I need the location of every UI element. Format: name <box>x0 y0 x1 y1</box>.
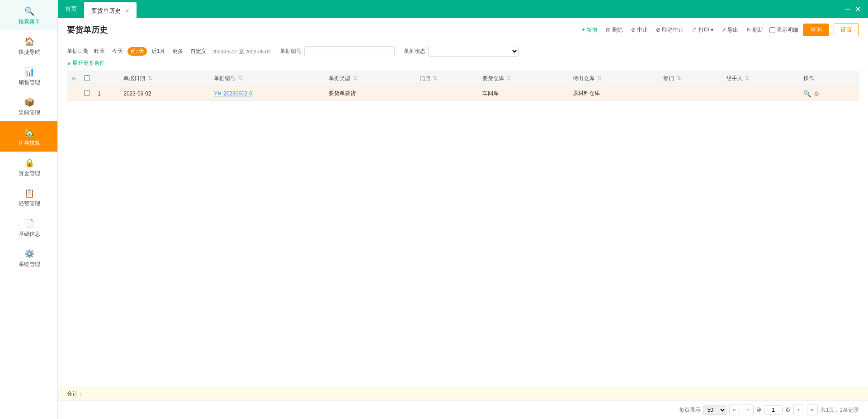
next-page-btn[interactable]: › <box>793 405 804 415</box>
last-page-btn[interactable]: » <box>807 405 818 415</box>
total-info: 共1页，1条记录 <box>821 406 859 414</box>
row-req-warehouse: 车间库 <box>479 86 569 101</box>
print-button[interactable]: 🖨 打印 ▾ <box>690 25 715 35</box>
inventory-icon: 🏡 <box>24 128 34 138</box>
status-label: 单据状态 <box>404 48 425 55</box>
tab-order-history-label: 要货单历史 <box>91 7 121 15</box>
orders-table: ⚙ 单据日期 ⇅ 单据编号 ⇅ <box>67 71 859 101</box>
page-prefix-label: 第 <box>756 406 762 414</box>
current-page-input[interactable]: 1 <box>764 405 783 414</box>
col-type[interactable]: 单据类型 ⇅ <box>325 71 415 86</box>
filter-order-no: 单据编号 <box>280 46 395 56</box>
date-btn-yesterday[interactable]: 昨天 <box>91 47 108 56</box>
edit-action-icon[interactable]: ⚙ <box>814 90 820 97</box>
date-btn-custom[interactable]: 自定义 <box>188 47 209 56</box>
sidebar-item-quick-nav[interactable]: 🏠 快捷导航 <box>0 30 57 61</box>
page: 要货单历史 + 新增 🗑 删除 ⊘ 中止 ⊘ 取消中止 🖨 打印 <box>58 18 868 419</box>
cancel-stop-button[interactable]: ⊘ 取消中止 <box>654 25 685 35</box>
date-btn-last7days[interactable]: 近7天 <box>127 47 147 56</box>
view-action-icon[interactable]: 🔍 <box>803 90 811 97</box>
expand-filter-btn[interactable]: ∨ 展开更多条件 <box>67 59 859 67</box>
sidebar-item-label: 采购管理 <box>19 109 40 117</box>
store-sort-icon: ⇅ <box>433 75 437 81</box>
per-page-label: 每页显示 <box>679 406 701 414</box>
sidebar-item-label: 销售管理 <box>19 79 40 86</box>
status-select[interactable] <box>428 46 519 57</box>
sidebar-item-basic-info[interactable]: 📄 基础信息 <box>0 212 57 243</box>
col-number <box>94 71 120 86</box>
col-order-no[interactable]: 单据编号 ⇅ <box>210 71 325 86</box>
quick-nav-icon: 🏠 <box>24 37 34 47</box>
sidebar-item-label: 快捷导航 <box>19 48 40 56</box>
tab-home-label: 首页 <box>65 5 77 13</box>
req-warehouse-sort-icon: ⇅ <box>506 75 511 81</box>
stop-icon: ⊘ <box>631 27 636 33</box>
refresh-label: 刷新 <box>752 26 763 34</box>
col-handler[interactable]: 经手人 ⇅ <box>723 71 800 86</box>
row-department <box>660 86 723 101</box>
sidebar-item-finance[interactable]: 🔒 资金管理 <box>0 152 57 182</box>
col-date[interactable]: 单据日期 ⇅ <box>120 71 210 86</box>
sidebar-item-label: 资金管理 <box>19 170 40 177</box>
sidebar-item-operations[interactable]: 📋 经营管理 <box>0 182 57 212</box>
row-select-checkbox[interactable] <box>84 90 90 96</box>
order-no-label: 单据编号 <box>280 48 302 55</box>
export-label: 导出 <box>727 26 738 34</box>
settings-button[interactable]: 设置 <box>834 24 859 36</box>
col-req-warehouse[interactable]: 要货仓库 ⇅ <box>479 71 569 86</box>
col-pending-warehouse[interactable]: 待出仓库 ⇅ <box>569 71 660 86</box>
tab-close-icon[interactable]: ✕ <box>125 8 129 14</box>
export-button[interactable]: ↗ 导出 <box>720 25 740 35</box>
col-settings[interactable]: ⚙ <box>67 71 80 86</box>
date-btn-group: 昨天 今天 近7天 近1月 更多 自定义 <box>91 47 209 56</box>
sidebar-item-label: 搜索菜单 <box>19 18 40 26</box>
filter-date: 单据日期 昨天 今天 近7天 近1月 更多 自定义 2023-05-27 至 2… <box>67 47 271 56</box>
export-icon: ↗ <box>722 27 726 33</box>
table-header-row: ⚙ 单据日期 ⇅ 单据编号 ⇅ <box>67 71 859 86</box>
action-icon-group: 🔍 ⚙ <box>803 90 855 97</box>
page-title: 要货单历史 <box>67 24 580 35</box>
sidebar-item-purchase[interactable]: 📦 采购管理 <box>0 91 57 121</box>
prev-page-btn[interactable]: ‹ <box>743 405 754 415</box>
tab-order-history[interactable]: 要货单历史 ✕ <box>84 2 137 20</box>
stop-button[interactable]: ⊘ 中止 <box>629 25 650 35</box>
sidebar-item-sales[interactable]: 📊 销售管理 <box>0 61 57 91</box>
sidebar-item-system[interactable]: ⚙️ 系统管理 <box>0 243 57 273</box>
topbar-right: ─ ✕ <box>845 5 868 14</box>
first-page-btn[interactable]: « <box>729 405 740 415</box>
close-window-icon[interactable]: ✕ <box>855 5 861 14</box>
sidebar-item-inventory[interactable]: 🏡 库存核算 <box>0 121 57 152</box>
date-filter-label: 单据日期 <box>67 48 89 55</box>
sidebar-item-label: 库存核算 <box>19 139 40 147</box>
topbar: 首页 要货单历史 ✕ ─ ✕ <box>58 0 868 18</box>
order-no-input[interactable] <box>304 46 395 56</box>
tab-home[interactable]: 首页 <box>58 0 84 18</box>
display-detail-checkbox[interactable] <box>769 27 775 33</box>
select-all-checkbox[interactable] <box>84 75 90 81</box>
col-store[interactable]: 门店 ⇅ <box>416 71 479 86</box>
date-btn-today[interactable]: 今天 <box>109 47 126 56</box>
row-settings <box>67 86 80 101</box>
row-number: 1 <box>94 86 120 101</box>
delete-button[interactable]: 🗑 删除 <box>604 25 625 35</box>
sales-icon: 📊 <box>24 67 34 77</box>
query-button[interactable]: 查询 <box>803 24 829 36</box>
date-btn-more[interactable]: 更多 <box>170 47 186 56</box>
sidebar-item-label: 基础信息 <box>19 230 40 238</box>
new-button[interactable]: + 新增 <box>580 25 599 35</box>
print-icon: 🖨 <box>692 27 697 33</box>
col-department[interactable]: 部门 ⇅ <box>660 71 723 86</box>
type-sort-icon: ⇅ <box>353 75 358 81</box>
row-order-no-link[interactable]: YH-20230602-0 <box>214 90 252 97</box>
toolbar: + 新增 🗑 删除 ⊘ 中止 ⊘ 取消中止 🖨 打印 ▾ <box>580 24 859 36</box>
minimize-icon[interactable]: ─ <box>845 5 850 13</box>
expand-icon: ∨ <box>67 60 71 67</box>
per-page-select[interactable]: 50 100 200 <box>703 405 726 415</box>
system-icon: ⚙️ <box>24 249 34 259</box>
date-btn-last1month[interactable]: 近1月 <box>149 47 168 56</box>
display-detail-toggle[interactable]: 显示明细 <box>769 26 798 34</box>
page-suffix-label: 页 <box>785 406 791 414</box>
sidebar-item-search-menu[interactable]: 🔍 搜索菜单 <box>0 0 57 30</box>
refresh-button[interactable]: ↻ 刷新 <box>745 25 765 35</box>
date-range-display: 2023-05-27 至 2023-06-02 <box>212 48 271 55</box>
